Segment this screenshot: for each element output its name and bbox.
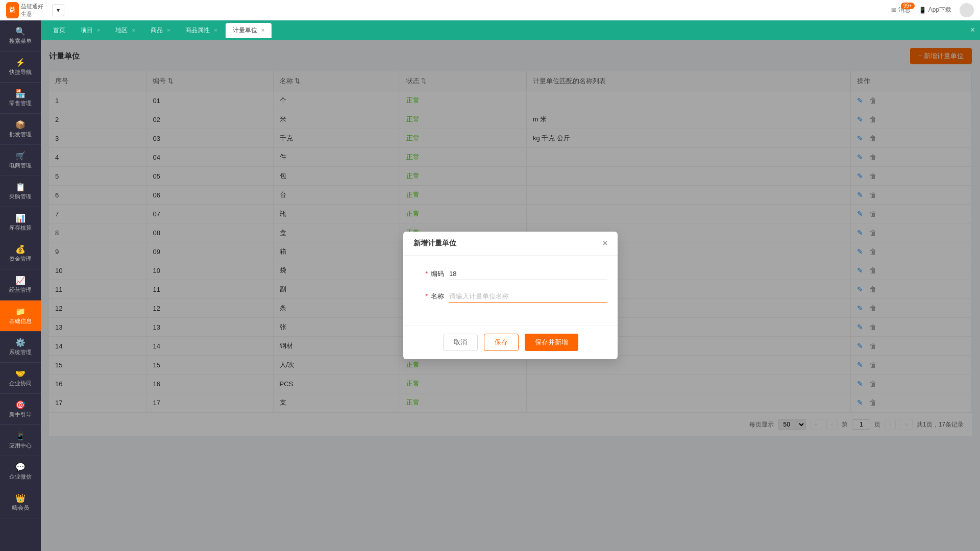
message-button[interactable]: ✉ 消息 99+ [891, 6, 911, 14]
dropdown-arrow: ▾ [57, 7, 60, 14]
save-add-button[interactable]: 保存并新增 [525, 334, 578, 351]
ecommerce-icon: 🛒 [2, 151, 39, 161]
sidebar-item-cooperation[interactable]: 🤝 企业协同 [0, 363, 41, 394]
modal-header: 新增计量单位 × [403, 232, 618, 256]
save-button[interactable]: 保存 [484, 334, 519, 351]
quick-nav-icon: ⚡ [2, 58, 39, 67]
message-badge: 99+ [901, 3, 915, 9]
sidebar-item-operations[interactable]: 📈 经营管理 [0, 269, 41, 300]
header-right: ✉ 消息 99+ 📱 App下载 [891, 3, 974, 17]
sidebar-item-base-info[interactable]: 📁 基础信息 [0, 300, 41, 332]
tabs-bar: 首页 项目 × 地区 × 商品 × 商品属性 × 计量单位 × × [41, 20, 980, 40]
system-icon: ⚙️ [2, 338, 39, 347]
name-label: * 名称 [413, 292, 444, 301]
app-center-icon: 📱 [2, 431, 39, 441]
tab-unit-label: 计量单位 [233, 26, 257, 35]
form-row-name: * 名称 [413, 290, 607, 303]
tab-regions-close[interactable]: × [132, 27, 135, 33]
sidebar-item-company[interactable]: 💬 企业微信 [0, 456, 41, 487]
wholesale-icon: 📦 [2, 120, 39, 130]
sidebar-item-purchase[interactable]: 📋 采购管理 [0, 176, 41, 207]
company-dropdown[interactable]: ▾ [52, 4, 64, 16]
tab-home[interactable]: 首页 [46, 23, 72, 38]
sidebar-label-membership: 嗨会员 [2, 504, 39, 512]
modal-body: * 编码 * 名称 [403, 256, 618, 325]
logo-icon: 益 [6, 2, 19, 18]
tab-regions-label: 地区 [115, 26, 128, 35]
app-download-button[interactable]: 📱 App下载 [919, 6, 951, 14]
purchase-icon: 📋 [2, 182, 39, 192]
sidebar-label-quick-nav: 快捷导航 [2, 68, 39, 76]
sidebar-label-inventory: 库存核算 [2, 224, 39, 232]
sidebar-item-ecommerce[interactable]: 🛒 电商管理 [0, 145, 41, 176]
user-avatar[interactable] [960, 3, 974, 17]
add-unit-modal: 新增计量单位 × * 编码 * [403, 232, 618, 359]
sidebar: 🔍 搜索菜单 ⚡ 快捷导航 🏪 零售管理 📦 批发管理 🛒 电商管理 📋 采购管… [0, 20, 41, 551]
sidebar-label-wholesale: 批发管理 [2, 131, 39, 138]
code-input[interactable] [449, 268, 607, 280]
name-label-text: 名称 [431, 292, 444, 300]
tab-attributes[interactable]: 商品属性 × [178, 23, 224, 38]
tab-unit-close[interactable]: × [261, 27, 264, 33]
sidebar-label-retail: 零售管理 [2, 99, 39, 107]
sidebar-label-finance: 资金管理 [2, 255, 39, 263]
tab-unit[interactable]: 计量单位 × [226, 23, 272, 38]
retail-icon: 🏪 [2, 89, 39, 98]
sidebar-label-operations: 经营管理 [2, 286, 39, 294]
message-icon: ✉ [891, 7, 896, 14]
tab-projects-close[interactable]: × [97, 27, 100, 33]
modal-footer: 取消 保存 保存并新增 [403, 325, 618, 359]
main-content: 首页 项目 × 地区 × 商品 × 商品属性 × 计量单位 × × [41, 20, 980, 551]
sidebar-item-system[interactable]: ⚙️ 系统管理 [0, 332, 41, 363]
name-required-star: * [425, 292, 428, 300]
modal-title: 新增计量单位 [413, 239, 456, 248]
sidebar-item-app-center[interactable]: 📱 应用中心 [0, 425, 41, 456]
tab-products[interactable]: 商品 × [143, 23, 177, 38]
sidebar-item-retail[interactable]: 🏪 零售管理 [0, 83, 41, 114]
inventory-icon: 📊 [2, 213, 39, 223]
sidebar-item-wholesale[interactable]: 📦 批发管理 [0, 114, 41, 145]
logo-area: 益 益链通好生意 [6, 2, 47, 18]
sidebar-label-newbie: 新手引导 [2, 411, 39, 418]
code-required-star: * [425, 270, 428, 278]
tab-attributes-close[interactable]: × [214, 27, 217, 33]
sidebar-item-newbie[interactable]: 🎯 新手引导 [0, 394, 41, 425]
tab-projects[interactable]: 项目 × [74, 23, 107, 38]
sidebar-label-cooperation: 企业协同 [2, 380, 39, 387]
cancel-button[interactable]: 取消 [443, 334, 478, 351]
tab-projects-label: 项目 [81, 26, 93, 35]
tab-regions[interactable]: 地区 × [108, 23, 142, 38]
sidebar-label-purchase: 采购管理 [2, 193, 39, 201]
sidebar-item-finance[interactable]: 💰 资金管理 [0, 238, 41, 269]
operations-icon: 📈 [2, 276, 39, 285]
modal-close-button[interactable]: × [603, 239, 607, 248]
cooperation-icon: 🤝 [2, 369, 39, 379]
tab-products-close[interactable]: × [167, 27, 170, 33]
sidebar-item-inventory[interactable]: 📊 库存核算 [0, 207, 41, 238]
sidebar-label-system: 系统管理 [2, 348, 39, 356]
sidebar-item-search[interactable]: 🔍 搜索菜单 [0, 20, 41, 52]
content-area: 计量单位 + 新增计量单位 序号 编号 ⇅ 名称 ⇅ 状态 ⇅ 计量单位匹配的名… [41, 40, 980, 551]
sidebar-label-search: 搜索菜单 [2, 37, 39, 45]
phone-icon: 📱 [919, 7, 926, 14]
form-row-code: * 编码 [413, 268, 607, 280]
main-layout: 🔍 搜索菜单 ⚡ 快捷导航 🏪 零售管理 📦 批发管理 🛒 电商管理 📋 采购管… [0, 20, 980, 551]
sidebar-item-membership[interactable]: 👑 嗨会员 [0, 487, 41, 518]
header: 益 益链通好生意 ▾ ✉ 消息 99+ 📱 App下载 [0, 0, 980, 20]
newbie-icon: 🎯 [2, 400, 39, 410]
base-info-icon: 📁 [2, 307, 39, 316]
logo-short: 益 [9, 6, 15, 14]
logo-text: 益链通好生意 [21, 3, 47, 18]
modal-overlay[interactable]: 新增计量单位 × * 编码 * [41, 40, 980, 551]
sidebar-item-quick-nav[interactable]: ⚡ 快捷导航 [0, 52, 41, 83]
finance-icon: 💰 [2, 244, 39, 254]
sidebar-label-ecommerce: 电商管理 [2, 162, 39, 169]
sidebar-label-app-center: 应用中心 [2, 442, 39, 449]
sidebar-label-company: 企业微信 [2, 473, 39, 481]
tab-home-label: 首页 [53, 26, 65, 35]
name-input[interactable] [449, 290, 607, 303]
sidebar-label-base-info: 基础信息 [2, 317, 39, 325]
membership-icon: 👑 [2, 493, 39, 503]
code-label-text: 编码 [431, 270, 444, 278]
close-all-tabs[interactable]: × [970, 26, 975, 35]
